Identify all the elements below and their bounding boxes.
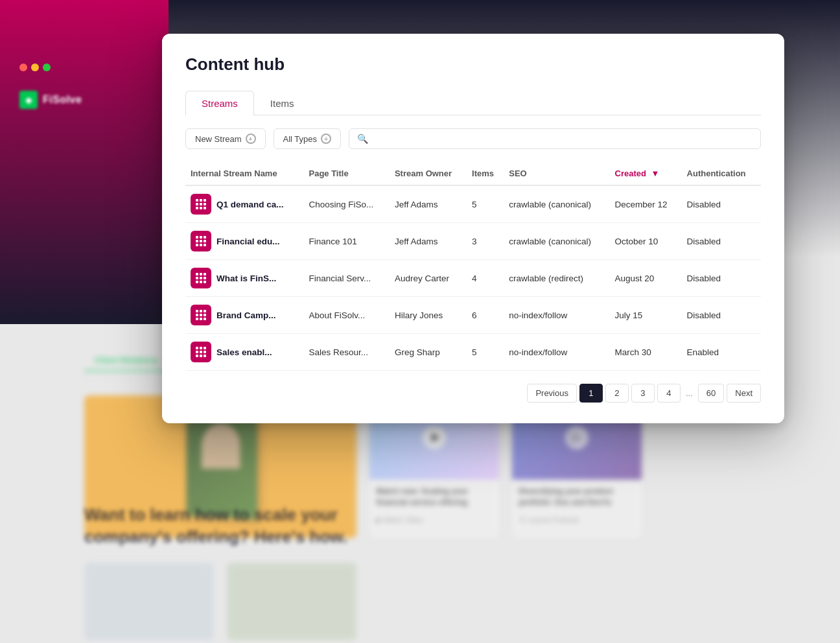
cell-page-title-3: About FiSolv... (303, 297, 389, 334)
tl-red (19, 64, 27, 71)
cell-page-title-0: Choosing FiSo... (303, 185, 389, 223)
tl-green (43, 64, 51, 71)
stream-icon-2 (191, 268, 211, 288)
cell-page-title-4: Sales Resour... (303, 334, 389, 371)
stream-icon-4 (191, 342, 211, 362)
bg-logo-icon: ◆ (19, 91, 38, 109)
bg-headline: Want to learn how to scale your company'… (84, 504, 356, 548)
table-row[interactable]: Q1 demand ca... Choosing FiSo... Jeff Ad… (185, 185, 761, 223)
table-row[interactable]: What is FinS... Financial Serv... Audrey… (185, 260, 761, 297)
cell-created-1: October 10 (610, 223, 682, 260)
page-2-button[interactable]: 2 (605, 384, 629, 403)
cell-items-0: 5 (467, 185, 504, 223)
page-title: Content hub (185, 54, 761, 75)
search-icon: 🔍 (357, 134, 368, 144)
cell-auth-2: Disabled (682, 260, 761, 297)
stream-icon-1 (191, 231, 211, 251)
cell-created-4: March 30 (610, 334, 682, 371)
cell-page-title-1: Finance 101 (303, 223, 389, 260)
stream-name-4: Sales enabl... (216, 347, 272, 357)
prev-page-button[interactable]: Previous (527, 384, 577, 403)
cell-name-4: Sales enabl... (185, 334, 303, 371)
toolbar: New Stream + All Types + 🔍 (185, 128, 761, 149)
bg-logo-text: FiSolve (43, 94, 82, 106)
col-seo[interactable]: SEO (504, 162, 609, 185)
tab-bar: Streams Items (185, 90, 761, 115)
cell-created-3: July 15 (610, 297, 682, 334)
search-box[interactable]: 🔍 (349, 128, 761, 149)
cell-auth-1: Disabled (682, 223, 761, 260)
cell-owner-2: Audrey Carter (390, 260, 467, 297)
grid-icon-0 (196, 199, 206, 209)
col-internal-name[interactable]: Internal Stream Name (185, 162, 303, 185)
cell-owner-1: Jeff Adams (390, 223, 467, 260)
stream-name-1: Financial edu... (216, 237, 280, 246)
bg-logo: ◆ FiSolve (19, 91, 82, 109)
stream-name-0: Q1 demand ca... (216, 200, 284, 209)
last-page-button[interactable]: 60 (698, 384, 724, 403)
grid-icon-3 (196, 310, 206, 320)
cell-seo-2: crawlable (redirect) (504, 260, 609, 297)
table-row[interactable]: Brand Camp... About FiSolv... Hilary Jon… (185, 297, 761, 334)
cell-seo-0: crawlable (canonical) (504, 185, 609, 223)
tab-streams[interactable]: Streams (185, 91, 254, 115)
all-types-label: All Types (283, 134, 318, 144)
tl-yellow (31, 64, 39, 71)
stream-name-3: Brand Camp... (216, 310, 276, 320)
table-row[interactable]: Sales enabl... Sales Resour... Greg Shar… (185, 334, 761, 371)
pagination: Previous 1 2 3 4 ... 60 Next (185, 384, 761, 403)
cell-owner-4: Greg Sharp (390, 334, 467, 371)
cell-created-0: December 12 (610, 185, 682, 223)
col-stream-owner[interactable]: Stream Owner (390, 162, 467, 185)
streams-table: Internal Stream Name Page Title Stream O… (185, 162, 761, 371)
cell-items-2: 4 (467, 260, 504, 297)
next-page-button[interactable]: Next (727, 384, 761, 403)
cell-owner-0: Jeff Adams (390, 185, 467, 223)
new-stream-label: New Stream (195, 134, 242, 144)
cell-created-2: August 20 (610, 260, 682, 297)
cell-name-0: Q1 demand ca... (185, 185, 303, 223)
traffic-lights (19, 64, 51, 71)
sort-arrow-icon: ▼ (651, 169, 660, 178)
page-4-button[interactable]: 4 (657, 384, 681, 403)
all-types-button[interactable]: All Types + (274, 128, 342, 149)
cell-seo-1: crawlable (canonical) (504, 223, 609, 260)
content-hub-modal: Content hub Streams Items New Stream + A… (162, 34, 784, 423)
cell-name-3: Brand Camp... (185, 297, 303, 334)
page-1-button[interactable]: 1 (579, 384, 603, 403)
grid-icon-1 (196, 236, 206, 246)
grid-icon-2 (196, 273, 206, 283)
search-input[interactable] (373, 134, 752, 144)
cell-items-4: 5 (467, 334, 504, 371)
col-page-title[interactable]: Page Title (303, 162, 389, 185)
col-items[interactable]: Items (467, 162, 504, 185)
cell-owner-3: Hilary Jones (390, 297, 467, 334)
cell-seo-4: no-index/follow (504, 334, 609, 371)
all-types-icon: + (321, 134, 331, 144)
grid-icon-4 (196, 347, 206, 357)
tab-items[interactable]: Items (254, 91, 310, 115)
stream-name-2: What is FinS... (216, 274, 276, 283)
stream-icon-0 (191, 194, 211, 215)
col-created[interactable]: Created ▼ (610, 162, 682, 185)
page-3-button[interactable]: 3 (631, 384, 655, 403)
new-stream-icon: + (246, 134, 256, 144)
col-authentication[interactable]: Authentication (682, 162, 761, 185)
cell-items-1: 3 (467, 223, 504, 260)
cell-auth-0: Disabled (682, 185, 761, 223)
cell-name-2: What is FinS... (185, 260, 303, 297)
bg-sidebar (0, 0, 169, 324)
table-row[interactable]: Financial edu... Finance 101 Jeff Adams … (185, 223, 761, 260)
cell-name-1: Financial edu... (185, 223, 303, 260)
cell-seo-3: no-index/follow (504, 297, 609, 334)
cell-items-3: 6 (467, 297, 504, 334)
cell-auth-3: Disabled (682, 297, 761, 334)
cell-auth-4: Enabled (682, 334, 761, 371)
stream-icon-3 (191, 305, 211, 325)
new-stream-button[interactable]: New Stream + (185, 128, 266, 149)
cell-page-title-2: Financial Serv... (303, 260, 389, 297)
bg-tab-client: Client Relations (84, 350, 169, 371)
bg-bottom-row (84, 563, 668, 640)
page-dots: ... (683, 384, 695, 402)
